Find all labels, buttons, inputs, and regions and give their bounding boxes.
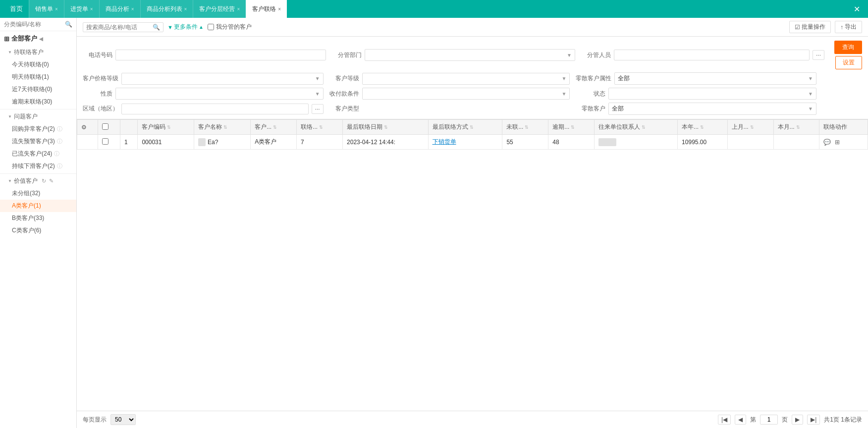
sidebar-group-pending[interactable]: ▼ 待联络客户 [0,46,76,58]
filter-select-nature[interactable]: ▼ [115,88,324,100]
filter-label-price-grade: 客户价格等级 [83,74,118,83]
export-button[interactable]: ↑ 导出 [835,21,862,33]
manager-dots-button[interactable]: ··· [813,50,824,60]
filter-more-btn[interactable]: ▼ 更多条件 ▲ [167,23,204,31]
sidebar-item-tomorrow[interactable]: 明天待联络(1) [0,71,76,83]
pagination-bar: 每页显示 50 100 200 |◀ ◀ 第 页 ▶ ▶| 共1页 1条记录 [77,411,868,428]
query-button[interactable]: 查询 [834,41,862,54]
filter-row-2: 客户价格等级 ▼ 客户等级 ▼ 零散客户属性 全部 [83,72,862,85]
sidebar-item-7days-label: 近7天待联络(0) [12,85,52,94]
select-all-checkbox[interactable] [102,123,108,130]
filter-input-region[interactable] [121,104,309,114]
sidebar-item-7days[interactable]: 近7天待联络(0) [0,83,76,96]
nav-tab-sales[interactable]: 销售单 × [29,0,64,18]
page-first-button[interactable]: |◀ [718,415,731,425]
col-no-contact-sort[interactable]: ⇅ [525,125,529,130]
row-checkbox [98,135,120,150]
sidebar-all-customers[interactable]: ⊞ 全部客户 ◀ [0,31,76,46]
nav-tab-customer-tier[interactable]: 客户分层经营 × [193,0,246,18]
sidebar-value-refresh-icon[interactable]: ↻ [42,178,46,184]
filter-search-input[interactable] [86,24,151,31]
settings-button[interactable]: 设置 [835,56,862,69]
sidebar-item-churned[interactable]: 已流失客户(24) ⓘ [0,148,76,160]
nav-tab-analysis-list[interactable]: 商品分析列表 × [140,0,193,18]
sidebar-search-input[interactable] [4,21,63,28]
last-method-link[interactable]: 下销货单 [433,138,456,145]
sidebar-problem-triangle: ▼ [8,114,12,119]
per-page-select[interactable]: 50 100 200 [110,414,136,425]
nav-tab-analysis-close[interactable]: × [131,6,134,12]
col-overdue-sort[interactable]: ⇅ [571,125,575,130]
sidebar-item-repurchase-abnormal[interactable]: 回购异常客户(2) ⓘ [0,123,76,135]
filter-select-price-grade[interactable]: ▼ [121,73,324,85]
my-customers-checkbox[interactable] [208,24,214,30]
nav-tab-sales-close[interactable]: × [55,6,58,12]
col-contact-sort[interactable]: ⇅ [319,125,323,130]
sidebar-item-churn-warning[interactable]: 流失预警客户(3) ⓘ [0,135,76,148]
col-last-date-sort[interactable]: ⇅ [384,125,388,130]
row-contact: 7 [297,135,343,150]
col-type-sort[interactable]: ⇅ [273,125,277,130]
action-chat-icon[interactable]: 💬 [823,139,831,146]
content-area: 🔍 ▼ 更多条件 ▲ 我分管的客户 ☑ 批量操作 ↑ 导出 [77,18,868,428]
filter-cell-price-grade: 客户价格等级 ▼ [83,73,329,85]
batch-ops-button[interactable]: ☑ 批量操作 [789,21,831,33]
filter-select-payment[interactable]: ▼ [362,88,570,100]
sidebar-item-b-class[interactable]: B类客户(33) [0,212,76,224]
nav-home[interactable]: 首页 [4,0,29,18]
filter-caret-nature: ▼ [315,91,320,97]
col-type: 客户... ⇅ [251,120,297,135]
filter-cell-payment: 收付款条件 ▼ [329,88,576,100]
page-prev-button[interactable]: ◀ [735,415,746,425]
gear-header-icon[interactable]: ⚙ [81,124,87,131]
nav-tab-purchase[interactable]: 进货单 × [64,0,99,18]
col-this-year-sort[interactable]: ⇅ [700,125,704,130]
nav-tab-purchase-close[interactable]: × [90,6,93,12]
col-unit-contact-sort[interactable]: ⇅ [642,125,646,130]
filter-input-phone[interactable] [115,50,326,60]
filter-select-retail-customer[interactable]: 全部 ▼ [608,103,816,115]
col-index [120,120,137,135]
filter-search-icon[interactable]: 🔍 [153,24,160,31]
col-name-sort[interactable]: ⇅ [223,125,227,130]
nav-tab-customer-tier-close[interactable]: × [237,6,240,12]
page-input[interactable] [760,415,778,425]
col-no-contact: 未联... ⇅ [502,120,548,135]
page-next-button[interactable]: ▶ [792,415,803,425]
sidebar-group-value[interactable]: ▼ 价值客户 ↻ ✎ [0,175,76,187]
filter-label-retail-customer: 零散客户 [576,105,605,113]
filter-caret-grade: ▼ [561,76,566,81]
filter-select-customer-type[interactable] [362,103,570,115]
sidebar-item-overdue[interactable]: 逾期未联络(30) [0,96,76,108]
sidebar-item-c-class[interactable]: C类客户(6) [0,224,76,237]
region-dots-button[interactable]: ··· [312,104,324,114]
sidebar-search-icon[interactable]: 🔍 [65,21,72,28]
row-last-date: 2023-04-12 14:44: [343,135,428,150]
col-unit-contact: 往来单位联系人 ⇅ [595,120,678,135]
filter-select-retail-attr[interactable]: 全部 ▼ [614,72,816,85]
page-last-button[interactable]: ▶| [807,415,820,425]
col-last-month-sort[interactable]: ⇅ [750,125,754,130]
nav-tab-analysis[interactable]: 商品分析 × [99,0,140,18]
sidebar-item-today[interactable]: 今天待联络(0) [0,58,76,71]
filter-input-manager[interactable] [614,50,810,60]
filter-select-status[interactable]: ▼ [608,88,816,100]
sidebar-value-edit-icon[interactable]: ✎ [49,178,54,184]
sidebar-item-ungroup[interactable]: 未分组(32) [0,187,76,200]
global-close-button[interactable]: ✕ [850,4,864,14]
col-this-month-sort[interactable]: ⇅ [796,125,800,130]
col-code-sort[interactable]: ⇅ [167,125,171,130]
nav-tab-customer-contact-close[interactable]: × [278,6,281,12]
sidebar-item-a-class[interactable]: A类客户(1) [0,200,76,212]
col-last-method-sort[interactable]: ⇅ [470,125,474,130]
nav-tab-customer-contact[interactable]: 客户联络 × [246,0,287,18]
col-last-method-label: 最后联络方式 [433,123,468,131]
row-select-checkbox[interactable] [102,138,108,145]
sidebar-group-problem[interactable]: ▼ 问题客户 [0,110,76,123]
sidebar-collapse-icon: ◀ [39,36,43,42]
sidebar-item-declining[interactable]: 持续下滑客户(2) ⓘ [0,160,76,172]
action-grid-icon[interactable]: ⊞ [835,139,840,146]
filter-select-grade[interactable]: ▼ [362,73,570,85]
filter-select-dept[interactable]: ▼ [365,49,575,61]
nav-tab-analysis-list-close[interactable]: × [184,6,187,12]
